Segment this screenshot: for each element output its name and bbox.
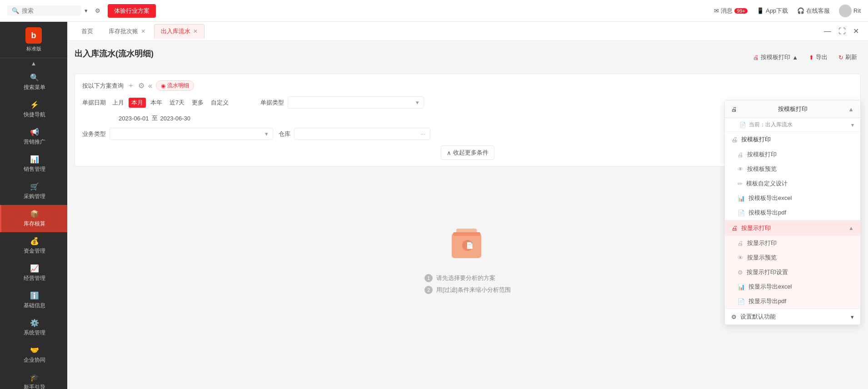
filter-section-label: 按以下方案查询 [82,82,124,90]
tab-stock-flow-close-btn[interactable]: ✕ [193,28,198,35]
print-section-template-header[interactable]: 🖨 按模板打印 [725,132,860,147]
hint-text-1: 请先选择要分析的方案 [436,274,495,282]
megaphone-icon: 📢 [30,128,39,136]
refresh-btn[interactable]: ↻ 刷新 [835,51,861,63]
sidebar-item-label: 快捷导航 [24,111,45,119]
sidebar-item-inventory[interactable]: 📦 库存核算 [0,205,67,232]
online-service-btn[interactable]: 🎧 在线客服 [797,7,830,15]
date-shortcut-last-month[interactable]: 上月 [110,98,127,108]
logo-subtitle: 标准版 [26,45,41,52]
filter-collapse-btn[interactable]: « [148,82,152,90]
filter-settings-btn[interactable]: ⚙ [138,81,145,90]
empty-hint: 1 请先选择要分析的方案 2 用[过滤]条件来缩小分析范围 [424,274,510,294]
print-sub-display-settings[interactable]: ⚙ 按显示打印设置 [725,265,860,279]
search-icon: 🔍 [30,73,39,82]
user-profile[interactable]: Rit [839,5,861,17]
app-download-btn[interactable]: 📱 App下载 [757,7,788,15]
sidebar-item-basic-info[interactable]: ℹ️ 基础信息 [0,287,67,314]
info-icon: ℹ️ [30,291,39,300]
voucher-type-select[interactable]: ▾ [288,96,424,109]
top-header: 🔍 ▾ ⚙ 体验行业方案 ✉ 消息 99+ 📱 App下载 🎧 在线客服 Rit [0,0,868,22]
business-type-select[interactable]: ▾ [110,128,273,140]
print-dropdown-footer[interactable]: ⚙ 设置默认功能 ▾ [725,309,860,324]
chart-icon: 📈 [30,264,39,273]
page-header: 出入库流水(流水明细) 🖨 按模板打印 ▲ ⬆ 导出 ↻ 刷新 [75,48,861,66]
tab-inventory-batch[interactable]: 库存批次账 ✕ [102,24,152,39]
print-sub-template-excel[interactable]: 📊 按模板导出excel [725,191,860,205]
sidebar-item-operations[interactable]: 📈 经营管理 [0,259,67,287]
print-section-display-label: 按显示打印 [741,224,845,232]
tab-stock-flow[interactable]: 出入库流水 ✕ [154,24,205,39]
print-sub-display-pdf[interactable]: 📄 按显示导出pdf [725,294,860,309]
sidebar-item-label: 营销推广 [24,138,45,146]
pdf-sub-icon: 📄 [738,209,745,216]
warehouse-select[interactable]: ··· [294,128,430,140]
print-template-btn[interactable]: 🖨 按模板打印 ▲ [749,51,802,63]
industry-btn[interactable]: 体验行业方案 [108,4,156,18]
date-shortcut-custom[interactable]: 自定义 [208,98,231,108]
print-sub-template-preview[interactable]: 👁 按模板预览 [725,162,860,176]
sidebar-item-quicknav[interactable]: ⚡ 快捷导航 [0,96,67,123]
print-sub-display-excel[interactable]: 📊 按显示导出excel [725,279,860,294]
date-shortcut-this-year[interactable]: 本年 [148,98,165,108]
message-btn[interactable]: ✉ 消息 99+ [714,7,748,15]
app-download-label: App下载 [766,7,788,15]
sidebar-item-search[interactable]: 🔍 搜索菜单 [0,69,67,96]
ellipsis-icon: ··· [420,130,425,137]
date-shortcut-more[interactable]: 更多 [189,98,206,108]
tab-close-btn[interactable]: ✕ [141,28,145,35]
header-dropdown[interactable]: ▾ [85,7,88,14]
print-section-display-header[interactable]: 🖨 按显示打印 ▲ [725,220,860,236]
warehouse-label: 仓库 [279,130,290,138]
print-sub-template-design[interactable]: ✏ 模板自定义设计 [725,176,860,191]
sidebar-item-marketing[interactable]: 📢 营销推广 [0,123,67,150]
export-icon: ⬆ [809,54,814,61]
sidebar-item-finance[interactable]: 💰 资金管理 [0,232,67,259]
empty-hint-item-1: 1 请先选择要分析的方案 [424,274,510,282]
page-content: 出入库流水(流水明细) 🖨 按模板打印 ▲ ⬆ 导出 ↻ 刷新 [67,41,868,389]
header-search-box[interactable]: 🔍 [7,5,81,16]
sidebar-item-label: 经营管理 [24,274,45,282]
sidebar-item-collab[interactable]: 🤝 企业协同 [0,341,67,369]
print-sub-template-pdf[interactable]: 📄 按模板导出pdf [725,205,860,220]
graduate-icon: 🎓 [30,373,39,382]
date-shortcut-7days[interactable]: 近7天 [167,98,187,108]
print-sub-template-print[interactable]: 🖨 按模板打印 [725,147,860,162]
print-display-sub-icon: 🖨 [738,240,743,247]
print-sub-display-preview[interactable]: 👁 按显示预览 [725,250,860,265]
filter-add-btn[interactable]: ＋ [127,81,135,90]
tab-close-all-btn[interactable]: ✕ [851,25,861,37]
print-section-display: 🖨 按显示打印 ▲ 🖨 按显示打印 👁 按显示预览 [725,220,860,309]
filter-action-btns: ＋ ⚙ « [127,81,152,90]
hint-num-1: 1 [424,274,433,282]
export-btn[interactable]: ⬆ 导出 [805,51,831,63]
tab-actions: — ⛶ ✕ [822,25,861,37]
collapse-more-btn[interactable]: ∧ 收起更多条件 [441,145,494,160]
sidebar-item-sales[interactable]: 📊 销售管理 [0,150,67,178]
sidebar-item-label: 资金管理 [24,247,45,255]
empty-illustration: 📄 [445,219,490,265]
sidebar-scroll-up[interactable]: ▲ [0,58,67,69]
date-shortcut-this-month[interactable]: 本月 [129,98,146,108]
lightning-icon: ⚡ [30,100,39,109]
tag-icon: ◉ [161,83,165,89]
print-dropdown-collapse-icon[interactable]: ▲ [848,106,854,113]
tab-home[interactable]: 首页 [75,24,100,39]
sidebar-item-system[interactable]: ⚙️ 系统管理 [0,314,67,341]
sidebar-item-tutorial[interactable]: 🎓 新手引导 [0,369,67,389]
tab-minimize-btn[interactable]: — [822,25,833,37]
tab-maximize-btn[interactable]: ⛶ [837,25,848,37]
chevron-down-icon: ▾ [265,130,268,137]
print-sub-icon: 🖨 [738,151,743,158]
logo-area: b 标准版 [0,22,67,58]
print-sub-display-print[interactable]: 🖨 按显示打印 [725,236,860,250]
print-sub-label: 按显示导出pdf [748,297,786,305]
page-title: 出入库流水(流水明细) [75,48,154,59]
preview-sub-icon: 👁 [738,166,743,173]
sidebar-item-label: 新手引导 [24,384,45,389]
search-input[interactable] [22,7,76,14]
sidebar-item-purchase[interactable]: 🛒 采购管理 [0,178,67,205]
settings-icon[interactable]: ⚙ [91,5,104,17]
empty-hint-item-2: 2 用[过滤]条件来缩小分析范围 [424,286,510,294]
filter-voucher-type-field: 单据类型 ▾ [260,96,433,109]
